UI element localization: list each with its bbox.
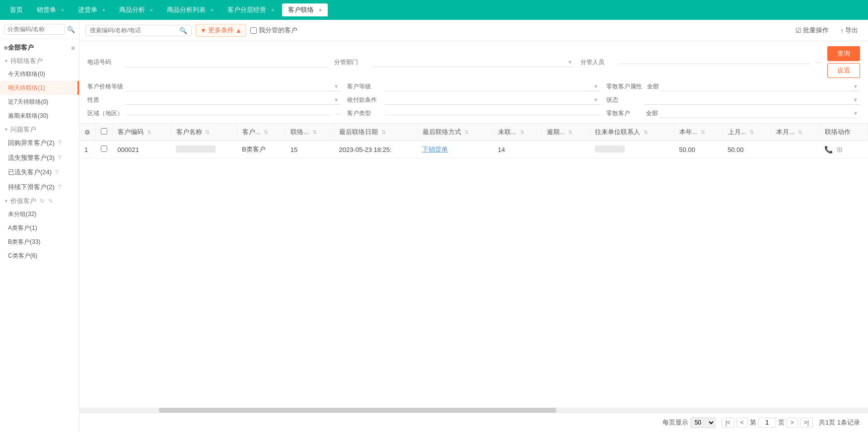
filter-payment: 收付款条件 ▼ [347,95,601,105]
filter-status-label: 状态 [606,96,641,104]
first-page-button[interactable]: |< [722,418,734,428]
refresh-icon[interactable]: ↻ [40,198,45,205]
export-button[interactable]: ↑ 导出 [837,24,863,36]
my-customers-checkbox[interactable] [250,27,257,34]
filter-payment-select[interactable]: ▼ [385,95,601,105]
sidebar-item-declining[interactable]: 持续下滑客户(2) ? [0,180,79,195]
filter-customer-type-select[interactable] [385,112,601,115]
next-page-button[interactable]: > [787,418,798,428]
collapse-icon[interactable]: « [71,44,75,52]
edit-icon[interactable]: ✎ [48,198,53,205]
query-button[interactable]: 查询 [827,46,860,61]
nav-home[interactable]: 首页 [4,3,29,16]
col-no-contact[interactable]: 未联... ⇅ [493,124,542,141]
help-icon-2: ? [58,154,61,161]
group-problem-customers[interactable]: 问题客户 [0,123,79,136]
col-overdue[interactable]: 逾期... ⇅ [541,124,590,141]
last-page-button[interactable]: >| [800,418,813,428]
cell-last-contact-way[interactable]: 下销货单 [417,141,493,158]
col-this-year[interactable]: 本年... ⇅ [674,124,723,141]
filter-customer-level: 客户等级 ▼ [347,82,601,91]
nav-product-analysis[interactable]: 商品分析 × [113,3,159,16]
filter-manager-dots[interactable]: ··· [815,58,821,66]
nav-purchase-order[interactable]: 进货单 × [72,3,111,16]
col-gear[interactable]: ⚙ [79,124,96,141]
filter-scatter-customer-select[interactable]: ▼ [660,109,860,118]
sidebar-search-input[interactable] [4,24,65,35]
batch-op-button[interactable]: ☑ 批量操作 [792,24,833,36]
filter-region-dots[interactable]: ··· [335,110,341,118]
close-product-analysis-list-icon[interactable]: × [211,7,214,13]
col-contact-person[interactable]: 往来单位联系人 ⇅ [590,124,674,141]
more-filter-button[interactable]: ▼ 更多条件 ▲ [196,24,246,37]
sidebar-item-today[interactable]: 今天待联络(0) [0,67,79,81]
last-contact-way-link[interactable]: 下销货单 [422,145,448,153]
horizontal-scrollbar[interactable] [79,408,868,413]
sidebar-item-churn-warning[interactable]: 流失预警客户(3) ? [0,150,79,165]
scatter-attr-value: 全部 [647,82,659,91]
col-this-month[interactable]: 本月... ⇅ [771,124,820,141]
nav-product-analysis-list[interactable]: 商品分析列表 × [161,3,219,16]
close-customer-tier-icon[interactable]: × [271,7,274,13]
filter-price-level-select[interactable]: ▼ [126,82,341,91]
sort-icon-no-contact: ⇅ [520,129,524,135]
filter-status: 状态 ▼ [606,95,860,105]
page-number-input[interactable] [758,418,776,428]
col-last-contact-way[interactable]: 最后联络方式 ⇅ [417,124,493,141]
search-input[interactable] [90,27,179,34]
sidebar-item-class-a[interactable]: A类客户(1) [0,221,79,235]
phone-icon[interactable]: 📞 [824,145,833,153]
col-last-contact-date[interactable]: 最后联络日期 ⇅ [334,124,417,141]
settings-button[interactable]: 设置 [827,63,860,78]
search-button[interactable]: 🔍 [179,27,187,34]
prev-page-button[interactable]: < [736,418,748,428]
sidebar-item-class-c[interactable]: C类客户(6) [0,249,79,263]
sidebar-search-icon[interactable]: 🔍 [67,26,75,33]
filter-row-3: 性质 ▼ 收付款条件 ▼ 状态 [87,95,860,105]
close-customer-contact-icon[interactable]: × [319,7,322,13]
row-checkbox[interactable] [101,145,107,152]
filter-customer-type: 客户类型 [347,109,601,118]
grid-icon[interactable]: ⊞ [837,145,843,153]
filter-scatter-attr-select[interactable]: ▼ [661,82,860,91]
col-name[interactable]: 客户名称 ⇅ [171,124,237,141]
filter-nature-select[interactable]: ▼ [125,95,341,105]
filter-customer-level-select[interactable]: ▼ [385,82,601,91]
cell-this-year: 50.00 [674,141,723,158]
filter-scatter-customer-label: 零散客户 [606,109,641,118]
group-value-customers[interactable]: 价值客户 ↻ ✎ [0,194,79,207]
scrollbar-thumb[interactable] [159,408,556,413]
col-last-month[interactable]: 上月... ⇅ [723,124,771,141]
filter-phone-input[interactable] [125,57,328,68]
filter-region-select[interactable] [126,112,330,115]
sidebar-item-7days[interactable]: 近7天待联络(0) [0,95,79,109]
person-masked [595,145,625,152]
close-purchase-order-icon[interactable]: × [102,7,105,13]
page-size-select[interactable]: 50 100 200 [690,417,716,428]
sidebar-item-churned[interactable]: 已流失客户(24) ? [0,165,79,180]
col-check[interactable] [96,124,113,141]
nav-sales-order[interactable]: 销货单 × [31,3,70,16]
close-sales-order-icon[interactable]: × [61,7,64,13]
sidebar-item-tomorrow[interactable]: 明天待联络(1) [0,81,79,95]
filter-status-select[interactable]: ▼ [644,95,860,105]
chevron-down-icon-6: ▼ [593,97,598,103]
page-suffix: 页 [778,418,785,427]
group-pending-contact[interactable]: 待联络客户 [0,54,79,67]
cell-check[interactable] [96,141,113,158]
col-type[interactable]: 客户... ⇅ [237,124,286,141]
my-customers-checkbox-label[interactable]: 我分管的客户 [250,26,297,35]
col-code[interactable]: 客户编码 ⇅ [113,124,171,141]
filter-manager-select[interactable] [618,61,810,64]
all-customers-header[interactable]: ≡ 全部客户 « [0,39,79,54]
sidebar-item-repurchase-abnormal[interactable]: 回购异常客户(2) ? [0,136,79,150]
sidebar-item-ungrouped[interactable]: 未分组(32) [0,207,79,221]
close-product-analysis-icon[interactable]: × [150,7,153,13]
sidebar-item-class-b[interactable]: B类客户(33) [0,235,79,249]
filter-dept-select[interactable]: ▼ [372,58,575,67]
select-all-checkbox[interactable] [101,128,107,135]
nav-customer-tier[interactable]: 客户分层经营 × [221,3,280,16]
col-contact[interactable]: 联络... ⇅ [286,124,334,141]
nav-customer-contact[interactable]: 客户联络 × [282,3,328,16]
sidebar-item-overdue-contact[interactable]: 逾期未联络(30) [0,109,79,123]
